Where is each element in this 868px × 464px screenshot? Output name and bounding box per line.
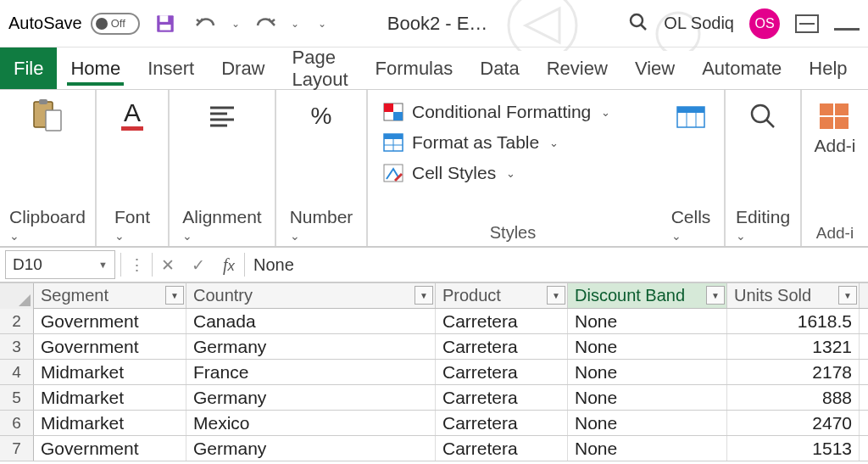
cell-country[interactable]: France	[186, 360, 436, 384]
cell-segment[interactable]: Government	[34, 309, 186, 333]
cell-product[interactable]: Carretera	[436, 309, 568, 333]
tab-file[interactable]: File	[0, 48, 57, 89]
autosave-toggle[interactable]: Off	[91, 13, 140, 35]
redo-caret-icon[interactable]: ⌄	[291, 18, 299, 30]
cell-segment[interactable]: Midmarket	[34, 360, 186, 384]
alignment-icon[interactable]	[207, 97, 237, 136]
undo-caret-icon[interactable]: ⌄	[231, 18, 240, 30]
filter-button[interactable]: ▼	[547, 286, 565, 305]
cell-units[interactable]: 2470	[727, 411, 860, 435]
cell-discount[interactable]: None	[568, 411, 727, 435]
avatar[interactable]: OS	[749, 8, 780, 39]
select-all-corner[interactable]	[0, 283, 34, 309]
column-header-product[interactable]: Product ▼	[436, 283, 568, 308]
tab-review[interactable]: Review	[533, 48, 621, 89]
cell-product[interactable]: Carretera	[436, 411, 568, 435]
cancel-formula-button[interactable]: ✕	[153, 250, 183, 279]
row-header[interactable]: 4	[0, 360, 34, 384]
tab-draw[interactable]: Draw	[208, 48, 278, 89]
cells-label: Cells	[671, 207, 711, 227]
cell-segment[interactable]: Government	[34, 334, 186, 359]
tab-data[interactable]: Data	[466, 48, 532, 89]
save-button[interactable]	[150, 9, 181, 38]
tab-help[interactable]: Help	[795, 48, 860, 89]
filter-button[interactable]: ▼	[838, 286, 857, 305]
column-header-country[interactable]: Country ▼	[186, 283, 436, 308]
conditional-formatting-label: Conditional Formatting	[412, 102, 591, 122]
cell-country[interactable]: Germany	[186, 436, 436, 461]
redo-button[interactable]	[250, 9, 281, 38]
cell-country[interactable]: Germany	[186, 385, 436, 410]
row-header[interactable]: 7	[0, 436, 34, 461]
cell-units[interactable]: 888	[727, 385, 860, 410]
filter-button[interactable]: ▼	[706, 286, 725, 305]
cell-product[interactable]: Carretera	[436, 385, 568, 410]
group-styles: Conditional Formatting ⌄ Format as Table…	[368, 90, 658, 246]
row-header[interactable]: 6	[0, 411, 34, 435]
number-icon[interactable]: %	[304, 97, 338, 136]
tab-view[interactable]: View	[621, 48, 688, 89]
filter-button[interactable]: ▼	[415, 286, 433, 305]
ribbon-display-button[interactable]	[795, 14, 819, 33]
column-header-row: Segment ▼ Country ▼ Product ▼ Discount B…	[0, 283, 868, 309]
editing-caret-icon[interactable]: ⌄	[736, 229, 790, 243]
qat-customize-caret-icon[interactable]: ⌄	[318, 18, 326, 30]
format-as-table-button[interactable]: Format as Table ⌄	[380, 127, 646, 158]
autosave-control[interactable]: AutoSave Off	[8, 13, 140, 35]
user-name[interactable]: OL Sodiq	[664, 14, 734, 33]
row-header[interactable]: 3	[0, 334, 34, 359]
minimize-button[interactable]	[834, 28, 860, 31]
cell-discount[interactable]: None	[568, 309, 727, 333]
tab-page-layout[interactable]: Page Layout	[279, 48, 362, 89]
cell-country[interactable]: Germany	[186, 334, 436, 359]
cell-units[interactable]: 1321	[727, 334, 860, 359]
column-header-units-sold[interactable]: Units Sold ▼	[727, 283, 860, 308]
cell-segment[interactable]: Government	[34, 436, 186, 461]
cell-styles-button[interactable]: Cell Styles ⌄	[380, 158, 646, 188]
tab-table-design[interactable]: Tabl	[861, 48, 868, 89]
cell-product[interactable]: Carretera	[436, 436, 568, 461]
formula-more-button[interactable]: ⋮	[121, 250, 152, 279]
cell-product[interactable]: Carretera	[436, 360, 568, 384]
cell-discount[interactable]: None	[568, 385, 727, 410]
insert-function-button[interactable]: fx	[214, 250, 244, 279]
accept-formula-button[interactable]: ✓	[183, 250, 214, 279]
column-header-segment[interactable]: Segment ▼	[34, 283, 186, 308]
tab-home[interactable]: Home	[57, 48, 134, 89]
number-caret-icon[interactable]: ⌄	[290, 229, 353, 243]
cell-country[interactable]: Canada	[186, 309, 436, 333]
font-caret-icon[interactable]: ⌄	[114, 229, 150, 243]
name-box[interactable]: D10 ▼	[5, 250, 115, 279]
cell-product[interactable]: Carretera	[436, 334, 568, 359]
cell-country[interactable]: Mexico	[186, 411, 436, 435]
cells-caret-icon[interactable]: ⌄	[671, 229, 711, 243]
name-box-caret-icon[interactable]: ▼	[98, 260, 108, 270]
row-header[interactable]: 5	[0, 385, 34, 410]
cell-discount[interactable]: None	[568, 360, 727, 384]
paste-icon[interactable]	[31, 97, 64, 136]
editing-icon[interactable]	[748, 97, 777, 136]
cell-segment[interactable]: Midmarket	[34, 385, 186, 410]
clipboard-caret-icon[interactable]: ⌄	[9, 229, 86, 243]
filter-button[interactable]: ▼	[165, 286, 184, 305]
search-button[interactable]	[628, 12, 648, 36]
formula-input[interactable]	[245, 250, 868, 279]
conditional-formatting-button[interactable]: Conditional Formatting ⌄	[380, 97, 646, 127]
cell-discount[interactable]: None	[568, 436, 727, 461]
cell-units[interactable]: 1618.5	[727, 309, 860, 333]
font-icon[interactable]: A	[116, 97, 148, 136]
column-header-discount-band[interactable]: Discount Band ▼	[568, 283, 727, 308]
tab-insert[interactable]: Insert	[134, 48, 208, 89]
cell-units[interactable]: 1513	[727, 436, 860, 461]
addins-icon[interactable]	[818, 97, 852, 136]
cell-segment[interactable]: Midmarket	[34, 411, 186, 435]
cell-discount[interactable]: None	[568, 334, 727, 359]
row-header[interactable]: 2	[0, 309, 34, 333]
ribbon: Clipboard ⌄ A Font ⌄ Alignment ⌄ % Numbe…	[0, 90, 868, 248]
alignment-caret-icon[interactable]: ⌄	[182, 229, 261, 243]
cells-icon[interactable]	[676, 97, 706, 136]
tab-formulas[interactable]: Formulas	[362, 48, 467, 89]
tab-automate[interactable]: Automate	[688, 48, 795, 89]
undo-button[interactable]	[191, 9, 221, 38]
cell-units[interactable]: 2178	[727, 360, 860, 384]
